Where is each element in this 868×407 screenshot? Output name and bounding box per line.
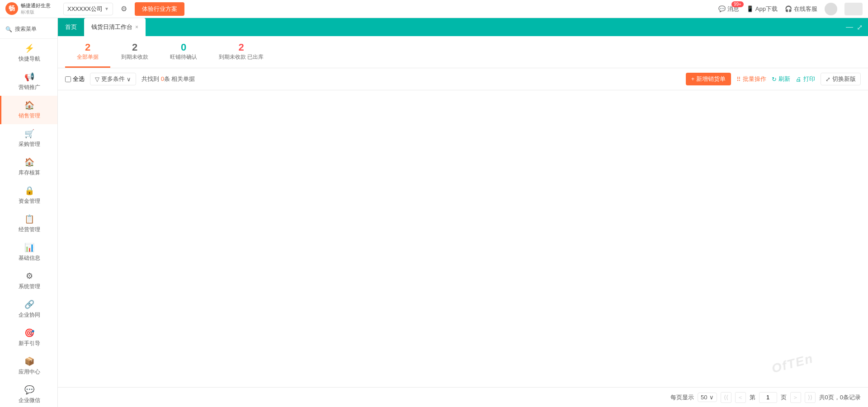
sidebar-item-label: 企业协同 bbox=[19, 311, 40, 319]
system-icon: ⚙ bbox=[26, 271, 33, 281]
logo-icon: 畅 bbox=[5, 2, 18, 15]
add-sale-button[interactable]: + 新增销货单 bbox=[686, 73, 731, 85]
content-area: 首页 钱货日清工作台 × — ⤢ 2 全部单据 2 到期未收款 bbox=[58, 18, 868, 407]
apps-icon: 📦 bbox=[24, 356, 34, 366]
sidebar-item-guide[interactable]: 🎯 新手引导 bbox=[0, 323, 57, 352]
app-download-button[interactable]: 📱 App下载 bbox=[746, 5, 778, 13]
select-all-checkbox[interactable]: 全选 bbox=[65, 75, 85, 83]
refresh-label: 刷新 bbox=[778, 75, 790, 83]
sidebar-item-label: 快捷导航 bbox=[19, 55, 40, 63]
sidebar-item-label: 应用中心 bbox=[19, 368, 40, 376]
company-selector[interactable]: XXXXXX公司 ▼ bbox=[63, 3, 113, 15]
sidebar-item-system[interactable]: ⚙ 系统管理 bbox=[0, 267, 57, 295]
sidebar: 🔍 搜索菜单 ⚡ 快捷导航 📢 营销推广 🏠 销售管理 🛒 采购管理 🏠 库存核… bbox=[0, 18, 58, 407]
sidebar-item-operation[interactable]: 📋 经营管理 bbox=[0, 210, 57, 238]
chevron-down-icon: ▼ bbox=[104, 6, 109, 11]
sidebar-item-marketing[interactable]: 📢 营销推广 bbox=[0, 67, 57, 96]
tab-home-label: 首页 bbox=[65, 23, 77, 31]
operation-icon: 📋 bbox=[24, 214, 34, 224]
sidebar-item-label: 基础信息 bbox=[19, 254, 40, 262]
sales-icon: 🏠 bbox=[24, 100, 34, 110]
batch-icon: ⠿ bbox=[736, 76, 741, 83]
filter-arrow-icon: ∨ bbox=[127, 76, 131, 83]
tab-bar-right: — ⤢ bbox=[846, 23, 868, 32]
stat-tab-pending[interactable]: 0 旺铺待确认 bbox=[159, 36, 208, 68]
tab-active-label: 钱货日清工作台 bbox=[91, 23, 132, 31]
toolbar-right: + 新增销货单 ⠿ 批量操作 ↻ 刷新 🖨 打印 ⤢ bbox=[686, 73, 861, 85]
message-button[interactable]: 💬 消息 99+ bbox=[718, 5, 739, 13]
refresh-button[interactable]: ↻ 刷新 bbox=[772, 75, 790, 83]
search-menu-button[interactable]: 🔍 搜索菜单 bbox=[0, 22, 57, 37]
sidebar-search-area: 🔍 搜索菜单 bbox=[0, 18, 57, 39]
switch-new-version-button[interactable]: ⤢ 切换新版 bbox=[821, 73, 861, 85]
sidebar-item-quick-nav[interactable]: ⚡ 快捷导航 bbox=[0, 39, 57, 67]
prev-page-button[interactable]: ＜ bbox=[735, 392, 746, 403]
basics-icon: 📊 bbox=[24, 243, 34, 253]
filter-label: 更多条件 bbox=[101, 75, 125, 83]
tab-close-icon[interactable]: × bbox=[135, 24, 138, 30]
last-page-button[interactable]: ⟩⟩ bbox=[805, 392, 816, 403]
switch-icon: ⤢ bbox=[826, 76, 830, 83]
company-name: XXXXXX公司 bbox=[67, 5, 103, 13]
stat-count-overdue: 2 bbox=[132, 42, 137, 53]
trial-button[interactable]: 体验行业方案 bbox=[135, 2, 184, 16]
filter-button[interactable]: ▽ 更多条件 ∨ bbox=[90, 73, 136, 85]
sidebar-item-inventory[interactable]: 🏠 库存核算 bbox=[0, 153, 57, 181]
sidebar-item-label: 企业微信 bbox=[19, 397, 40, 404]
found-text: 共找到 0条 相关单据 bbox=[142, 75, 195, 83]
stat-count-pending: 0 bbox=[181, 42, 186, 53]
sidebar-item-sales[interactable]: 🏠 销售管理 bbox=[0, 96, 57, 124]
stats-tabs: 2 全部单据 2 到期未收款 0 旺铺待确认 2 到期未收款 已出库 bbox=[58, 36, 868, 68]
user-info[interactable] bbox=[844, 3, 863, 15]
avatar[interactable] bbox=[825, 3, 837, 15]
sidebar-item-enterprise[interactable]: 🔗 企业协同 bbox=[0, 295, 57, 323]
first-page-button[interactable]: ⟨⟨ bbox=[721, 392, 731, 403]
tab-home[interactable]: 首页 bbox=[58, 18, 84, 36]
tab-maximize-button[interactable]: ⤢ bbox=[857, 23, 863, 32]
sidebar-item-apps[interactable]: 📦 应用中心 bbox=[0, 352, 57, 380]
page-size-value: 50 bbox=[701, 394, 707, 401]
tab-minimize-button[interactable]: — bbox=[846, 23, 853, 31]
app-download-label: App下载 bbox=[755, 5, 778, 13]
sidebar-item-basics[interactable]: 📊 基础信息 bbox=[0, 238, 57, 267]
wechat-icon: 💬 bbox=[24, 385, 34, 395]
page-number-input[interactable] bbox=[759, 392, 777, 403]
stat-tab-overdue[interactable]: 2 到期未收款 bbox=[110, 36, 159, 68]
filter-icon: ▽ bbox=[95, 76, 99, 83]
sidebar-item-label: 营销推广 bbox=[19, 84, 40, 91]
print-button[interactable]: 🖨 打印 bbox=[796, 75, 815, 83]
online-service-button[interactable]: 🎧 在线客服 bbox=[785, 5, 817, 13]
stat-tab-out[interactable]: 2 到期未收款 已出库 bbox=[208, 36, 274, 68]
sidebar-item-wechat[interactable]: 💬 企业微信 bbox=[0, 380, 57, 407]
finance-icon: 🔒 bbox=[24, 186, 34, 196]
logo-text: 畅捷通好生意 bbox=[21, 2, 51, 9]
settings-button[interactable]: ⚙ bbox=[117, 2, 131, 16]
search-icon: 🔍 bbox=[5, 26, 12, 33]
next-page-button[interactable]: ＞ bbox=[790, 392, 801, 403]
sidebar-item-label: 资金管理 bbox=[19, 197, 40, 205]
select-all-label: 全选 bbox=[73, 75, 85, 83]
top-bar: 畅 畅捷通好生意 标准版 XXXXXX公司 ▼ ⚙ 体验行业方案 💬 消息 99… bbox=[0, 0, 868, 18]
search-menu-label: 搜索菜单 bbox=[15, 25, 37, 33]
tab-active[interactable]: 钱货日清工作台 × bbox=[84, 18, 146, 36]
select-all-input[interactable] bbox=[65, 76, 71, 82]
inventory-icon: 🏠 bbox=[24, 157, 34, 167]
stat-label-pending: 旺铺待确认 bbox=[170, 53, 197, 61]
sidebar-item-finance[interactable]: 🔒 资金管理 bbox=[0, 181, 57, 210]
table-area bbox=[58, 90, 868, 387]
lightning-icon: ⚡ bbox=[24, 43, 34, 53]
page-size-label: 每页显示 bbox=[670, 393, 694, 402]
found-count: 0 bbox=[161, 75, 164, 82]
page-label: 第 bbox=[750, 393, 755, 402]
sidebar-item-purchase[interactable]: 🛒 采购管理 bbox=[0, 124, 57, 153]
enterprise-icon: 🔗 bbox=[24, 299, 34, 309]
pagination: 每页显示 50 ∨ ⟨⟨ ＜ 第 页 ＞ ⟩⟩ 共0页，0条记录 bbox=[58, 387, 868, 407]
sidebar-item-label: 库存核算 bbox=[19, 169, 40, 177]
batch-operation-button[interactable]: ⠿ 批量操作 bbox=[736, 75, 766, 83]
stat-tab-all[interactable]: 2 全部单据 bbox=[65, 36, 110, 68]
refresh-icon: ↻ bbox=[772, 76, 777, 83]
page-unit: 页 bbox=[781, 393, 787, 402]
page-content: 2 全部单据 2 到期未收款 0 旺铺待确认 2 到期未收款 已出库 bbox=[58, 36, 868, 407]
page-size-selector[interactable]: 50 ∨ bbox=[698, 393, 717, 402]
page-size-arrow-icon: ∨ bbox=[709, 394, 714, 401]
